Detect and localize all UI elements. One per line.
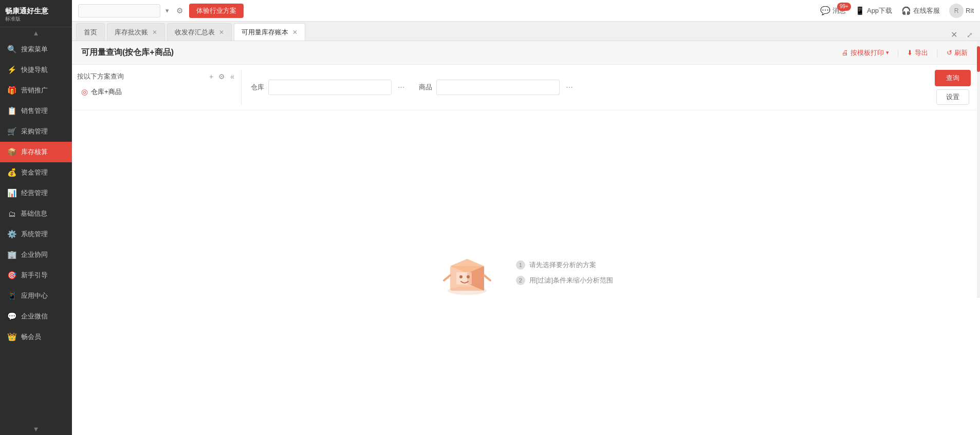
export-label: 导出 bbox=[915, 48, 928, 58]
tab-summary-label: 收发存汇总表 bbox=[175, 28, 215, 37]
tab-available[interactable]: 可用量库存账本 ✕ bbox=[234, 23, 305, 41]
page-header-actions: 🖨 按模板打印 ▾ | ⬇ 导出 | ↺ 刷新 bbox=[839, 46, 971, 60]
warehouse-dots[interactable]: ··· bbox=[396, 83, 406, 92]
sidebar-item-shortcut[interactable]: ⚡ 快捷导航 bbox=[0, 60, 72, 80]
query-btn-area: 查询 设置 bbox=[926, 70, 980, 105]
tabsbar-expand-btn[interactable]: ⤢ bbox=[964, 30, 976, 40]
sidebar-item-apps[interactable]: 📱 应用中心 bbox=[0, 286, 72, 306]
notification-btn[interactable]: 💬 消息 99+ bbox=[820, 6, 846, 15]
member-icon: 👑 bbox=[7, 332, 17, 342]
sidebar-item-inventory[interactable]: 📦 库存核算 bbox=[0, 142, 72, 162]
scheme-header-title: 按以下方案查询 bbox=[77, 72, 124, 81]
divider2: | bbox=[936, 49, 938, 57]
sidebar-item-enterprise[interactable]: 🏢 企业协同 bbox=[0, 244, 72, 265]
tab-home[interactable]: 首页 bbox=[76, 23, 105, 41]
empty-state-content: 1 请先选择要分析的方案 2 用[过滤]条件来缩小分析范围 bbox=[439, 244, 613, 301]
tab-batch[interactable]: 库存批次账 ✕ bbox=[107, 23, 165, 41]
refresh-btn[interactable]: ↺ 刷新 bbox=[944, 46, 971, 60]
scheme-item-label: 仓库+商品 bbox=[91, 87, 122, 97]
tab-batch-label: 库存批次账 bbox=[115, 28, 148, 37]
sidebar-item-guide[interactable]: 🎯 新手引导 bbox=[0, 265, 72, 286]
sidebar-item-label-base: 基础信息 bbox=[21, 209, 47, 218]
sidebar-item-base[interactable]: 🗂 基础信息 bbox=[0, 203, 72, 224]
empty-state-illustration bbox=[439, 244, 495, 301]
scheme-panel: 按以下方案查询 + ⚙ « ◎ 仓库+商品 bbox=[72, 70, 242, 105]
refresh-icon: ↺ bbox=[947, 49, 952, 56]
scheme-collapse-btn[interactable]: « bbox=[229, 72, 236, 81]
query-area: 按以下方案查询 + ⚙ « ◎ 仓库+商品 仓库 ··· bbox=[72, 65, 980, 110]
sidebar-item-label-marketing: 营销推广 bbox=[21, 86, 48, 95]
tip1-number: 1 bbox=[516, 260, 525, 270]
tab-summary-close[interactable]: ✕ bbox=[218, 29, 224, 36]
sidebar-item-label-apps: 应用中心 bbox=[21, 291, 48, 300]
scheme-add-btn[interactable]: + bbox=[208, 72, 215, 81]
purchase-icon: 🛒 bbox=[7, 127, 17, 136]
apps-icon: 📱 bbox=[7, 291, 17, 300]
tab-summary[interactable]: 收发存汇总表 ✕ bbox=[167, 23, 232, 41]
sidebar-item-purchase[interactable]: 🛒 采购管理 bbox=[0, 121, 72, 142]
topbar-settings-btn[interactable]: ⚙ bbox=[174, 5, 185, 16]
sidebar-header: 畅康通好生意 标准版 bbox=[0, 0, 72, 27]
scheme-header-actions: + ⚙ « bbox=[208, 72, 236, 81]
search-input[interactable] bbox=[78, 4, 160, 17]
tabsbar-close-btn[interactable]: ✕ bbox=[948, 29, 960, 41]
inventory-icon: 📦 bbox=[7, 147, 17, 157]
sidebar-item-label-shortcut: 快捷导航 bbox=[21, 65, 48, 74]
right-scrollbar[interactable] bbox=[977, 41, 980, 298]
query-field-goods: 商品 ··· bbox=[419, 80, 575, 95]
sidebar-item-system[interactable]: ⚙️ 系统管理 bbox=[0, 224, 72, 244]
tab-available-close[interactable]: ✕ bbox=[291, 29, 298, 36]
search-dropdown-btn[interactable]: ▾ bbox=[163, 6, 171, 15]
svg-point-6 bbox=[467, 275, 470, 278]
topbar-search-area: ▾ ⚙ bbox=[78, 4, 185, 17]
operation-icon: 📊 bbox=[7, 188, 17, 198]
online-service-btn[interactable]: 🎧 在线客服 bbox=[901, 6, 940, 15]
user-avatar-area[interactable]: R Rit bbox=[949, 4, 974, 18]
sidebar-item-search[interactable]: 🔍 搜索菜单 bbox=[0, 39, 72, 60]
scheme-item-icon: ◎ bbox=[81, 87, 88, 97]
sidebar-item-sales[interactable]: 📋 销售管理 bbox=[0, 101, 72, 121]
marketing-icon: 🎁 bbox=[7, 86, 17, 95]
shortcut-icon: ⚡ bbox=[7, 65, 17, 74]
sidebar-item-label-guide: 新手引导 bbox=[21, 271, 48, 280]
goods-dots[interactable]: ··· bbox=[564, 83, 575, 92]
sidebar-scroll-up[interactable]: ▲ bbox=[0, 27, 72, 39]
query-button[interactable]: 查询 bbox=[935, 70, 971, 86]
industry-btn[interactable]: 体验行业方案 bbox=[189, 4, 244, 18]
sidebar-item-label-enterprise: 企业协同 bbox=[21, 250, 48, 259]
guide-icon: 🎯 bbox=[7, 271, 17, 280]
tab-batch-close[interactable]: ✕ bbox=[151, 29, 157, 36]
avatar: R bbox=[949, 4, 964, 18]
sidebar-item-operation[interactable]: 📊 经营管理 bbox=[0, 183, 72, 203]
scheme-settings-btn[interactable]: ⚙ bbox=[217, 72, 227, 81]
search-nav-icon: 🔍 bbox=[7, 45, 17, 54]
export-btn[interactable]: ⬇ 导出 bbox=[904, 46, 931, 60]
topbar-right: 💬 消息 99+ 📱 App下载 🎧 在线客服 R Rit bbox=[820, 4, 974, 18]
warehouse-input[interactable] bbox=[268, 80, 392, 95]
svg-point-5 bbox=[459, 275, 463, 278]
sales-icon: 📋 bbox=[7, 106, 17, 116]
print-btn[interactable]: 🖨 按模板打印 ▾ bbox=[839, 46, 892, 60]
empty-state: 1 请先选择要分析的方案 2 用[过滤]条件来缩小分析范围 bbox=[72, 110, 980, 435]
sidebar-item-label-purchase: 采购管理 bbox=[21, 127, 48, 136]
app-download-icon: 📱 bbox=[855, 6, 865, 15]
sidebar-item-member[interactable]: 👑 畅会员 bbox=[0, 327, 72, 347]
sidebar-item-finance[interactable]: 💰 资金管理 bbox=[0, 162, 72, 183]
divider1: | bbox=[897, 49, 899, 57]
tabsbar: 首页 库存批次账 ✕ 收发存汇总表 ✕ 可用量库存账本 ✕ ✕ ⤢ bbox=[72, 22, 980, 41]
goods-input[interactable] bbox=[436, 80, 560, 95]
app-download-btn[interactable]: 📱 App下载 bbox=[855, 6, 892, 15]
scheme-item-warehouse-goods[interactable]: ◎ 仓库+商品 bbox=[77, 84, 236, 100]
settings-button[interactable]: 设置 bbox=[936, 89, 969, 105]
base-icon: 🗂 bbox=[7, 210, 16, 218]
sidebar-item-wechat[interactable]: 💬 企业微信 bbox=[0, 306, 72, 327]
sidebar: 畅康通好生意 标准版 ▲ 🔍 搜索菜单 ⚡ 快捷导航 🎁 营销推广 📋 销售管理… bbox=[0, 0, 72, 435]
tabsbar-actions: ✕ ⤢ bbox=[948, 29, 980, 41]
scrollbar-thumb bbox=[977, 46, 980, 72]
sidebar-item-marketing[interactable]: 🎁 营销推广 bbox=[0, 80, 72, 101]
sidebar-item-label-search: 搜索菜单 bbox=[21, 45, 48, 54]
tab-available-label: 可用量库存账本 bbox=[242, 28, 288, 37]
sidebar-scroll-down[interactable]: ▼ bbox=[0, 423, 72, 435]
sidebar-item-label-inventory: 库存核算 bbox=[21, 147, 48, 157]
sidebar-item-label-operation: 经营管理 bbox=[21, 188, 48, 198]
